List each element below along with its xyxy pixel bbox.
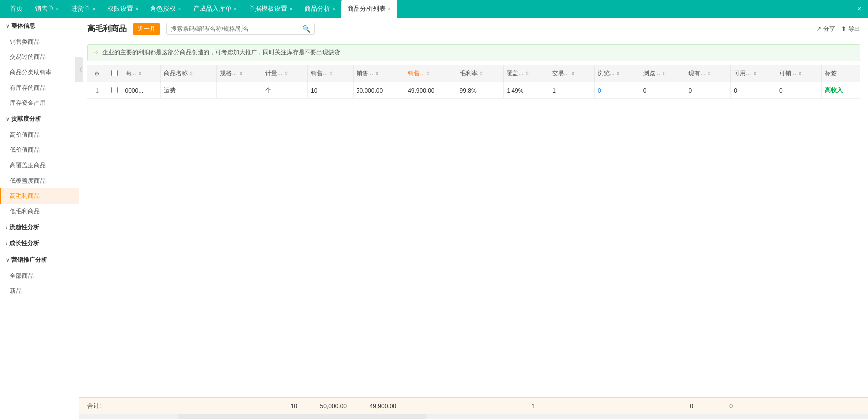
footer-empty6 <box>617 403 657 410</box>
nav-close-purchase[interactable]: × <box>92 6 95 12</box>
col-name[interactable]: 商品名称 ⇕ <box>160 65 217 82</box>
period-button[interactable]: 近一月 <box>133 23 160 35</box>
col-sales-profit[interactable]: 销售... ⇕ <box>405 65 457 82</box>
select-all-checkbox[interactable] <box>111 70 118 76</box>
cell-sales-count: 10 <box>307 82 353 99</box>
sidebar-item-stock-capital[interactable]: 库存资金占用 <box>0 95 79 111</box>
col-current-stock[interactable]: 现有... ⇕ <box>685 65 731 82</box>
content-title: 高毛利商品 <box>87 24 127 34</box>
footer-empty4 <box>538 403 577 410</box>
nav-close-product-in[interactable]: × <box>234 6 237 12</box>
sort-icon-coverage: ⇕ <box>525 71 529 76</box>
nav-item-analysis-list[interactable]: 商品分析列表 × <box>341 0 397 18</box>
nav-item-sales[interactable]: 销售单 × <box>29 0 65 18</box>
nav-item-purchase[interactable]: 进货单 × <box>65 0 101 18</box>
cell-unit: 个 <box>262 82 308 99</box>
cell-gross-margin: 99.8% <box>457 82 504 99</box>
export-button[interactable]: ⬆ 导出 <box>841 25 860 33</box>
col-coverage[interactable]: 覆盖... ⇕ <box>504 65 549 82</box>
nav-close-sales[interactable]: × <box>56 6 59 12</box>
cell-tag: 高收入 <box>821 82 860 99</box>
col-spec[interactable]: 规格... ⇕ <box>217 65 262 82</box>
sidebar-item-high-margin[interactable]: 高毛利商品 <box>0 188 79 204</box>
top-nav: 首页 销售单 × 进货单 × 权限设置 × 角色授权 × 产成品入库单 × 单据… <box>0 0 868 18</box>
sort-icon-browse2: ⇕ <box>662 71 665 76</box>
col-sales-amount[interactable]: 销售... ⇕ <box>353 65 405 82</box>
cell-index: 1 <box>87 82 107 99</box>
nav-close-template[interactable]: × <box>289 6 292 12</box>
nav-item-permission[interactable]: 权限设置 × <box>102 0 144 18</box>
cell-code: 0000... <box>122 82 160 99</box>
sidebar-item-high-value[interactable]: 高价值商品 <box>0 127 79 142</box>
sidebar-item-low-margin[interactable]: 低毛利商品 <box>0 204 79 219</box>
col-sellable-stock[interactable]: 可销... ⇕ <box>776 65 822 82</box>
table-header-row: ⚙ 商... ⇕ 商品名称 ⇕ <box>87 65 860 82</box>
horizontal-scrollbar[interactable] <box>178 414 426 419</box>
sidebar-item-new-goods[interactable]: 新品 <box>0 283 79 299</box>
arrow-trend: › <box>6 225 7 230</box>
col-browse2[interactable]: 浏览... ⇕ <box>640 65 685 82</box>
nav-item-template[interactable]: 单据模板设置 × <box>243 0 298 18</box>
footer-empty1 <box>127 403 270 410</box>
share-button[interactable]: ↗ 分享 <box>817 25 835 33</box>
footer-label: 合计: <box>87 402 127 410</box>
row-checkbox[interactable] <box>111 87 118 93</box>
sidebar-item-traded-goods[interactable]: 交易过的商品 <box>0 49 79 65</box>
cell-name: 运费 <box>160 82 217 99</box>
col-checkbox <box>107 65 122 82</box>
cell-sales-amount: 50,000.00 <box>353 82 405 99</box>
sidebar-item-low-coverage[interactable]: 低覆盖度商品 <box>0 173 79 188</box>
content-header: 高毛利商品 近一月 🔍 ↗ 分享 ⬆ 导出 <box>79 18 868 40</box>
nav-close-role[interactable]: × <box>178 6 181 12</box>
footer-sales-count: 10 <box>270 403 300 410</box>
col-tag[interactable]: 标签 <box>821 65 860 82</box>
sidebar-item-all-goods[interactable]: 全部商品 <box>0 268 79 283</box>
sidebar-group-trend[interactable]: › 流趋性分析 <box>0 219 79 235</box>
sidebar-item-sales-goods[interactable]: 销售类商品 <box>0 34 79 49</box>
cell-transaction: 1 <box>549 82 595 99</box>
footer-total: 合计: 10 50,000.00 49,900.00 1 0 0 <box>79 397 868 414</box>
nav-item-home[interactable]: 首页 <box>4 0 29 18</box>
sort-icon-transaction: ⇕ <box>571 71 575 76</box>
col-unit[interactable]: 计量... ⇕ <box>262 65 308 82</box>
col-available-stock[interactable]: 可用... ⇕ <box>731 65 776 82</box>
search-box: 🔍 <box>166 23 315 35</box>
footer-transaction: 1 <box>498 403 538 410</box>
footer-sales-amount: 50,000.00 <box>300 403 350 410</box>
sort-icon-code: ⇕ <box>138 71 142 76</box>
sidebar-item-low-value[interactable]: 低价值商品 <box>0 142 79 158</box>
sidebar-group-contribution[interactable]: ∨ 贡献度分析 <box>0 111 79 127</box>
nav-item-role[interactable]: 角色授权 × <box>144 0 187 18</box>
header-actions: ↗ 分享 ⬆ 导出 <box>817 25 860 33</box>
sidebar-item-high-coverage[interactable]: 高覆盖度商品 <box>0 158 79 173</box>
sidebar-group-overall[interactable]: ∨ 整体信息 <box>0 18 79 34</box>
nav-item-analysis[interactable]: 商品分析 × <box>299 0 341 18</box>
footer-empty5 <box>577 403 617 410</box>
content-area: 高毛利商品 近一月 🔍 ↗ 分享 ⬆ 导出 ✧ 企业的主要的利润都是这部分商品创… <box>79 18 868 419</box>
window-close-btn[interactable]: × <box>854 4 864 14</box>
cell-spec <box>217 82 262 99</box>
footer-sales-profit: 49,900.00 <box>350 403 399 410</box>
footer-empty3 <box>449 403 498 410</box>
col-settings[interactable]: ⚙ <box>87 65 107 82</box>
sidebar-group-marketing[interactable]: ∨ 营销推广分析 <box>0 252 79 268</box>
col-sales-count[interactable]: 销售... ⇕ <box>307 65 353 82</box>
sort-icon-sellable-stock: ⇕ <box>798 71 802 76</box>
col-gross-margin[interactable]: 毛利率 ⇕ <box>457 65 504 82</box>
col-browse1[interactable]: 浏览... ⇕ <box>594 65 640 82</box>
sidebar-collapse-btn[interactable]: 《 <box>75 57 83 82</box>
sidebar-item-in-stock[interactable]: 有库存的商品 <box>0 80 79 95</box>
search-input[interactable] <box>171 25 299 32</box>
nav-close-analysis[interactable]: × <box>332 6 335 12</box>
sort-icon-spec: ⇕ <box>239 71 243 76</box>
nav-close-permission[interactable]: × <box>135 6 138 12</box>
cell-checkbox <box>107 82 122 99</box>
sidebar-item-category-rate[interactable]: 商品分类助销率 <box>0 65 79 80</box>
col-code[interactable]: 商... ⇕ <box>122 65 160 82</box>
sidebar-group-growth[interactable]: › 成长性分析 <box>0 235 79 252</box>
cell-browse1[interactable]: 0 <box>594 82 640 99</box>
nav-item-product-in[interactable]: 产成品入库单 × <box>187 0 243 18</box>
nav-close-analysis-list[interactable]: × <box>388 6 391 12</box>
search-icon[interactable]: 🔍 <box>302 25 310 33</box>
col-transaction[interactable]: 交易... ⇕ <box>549 65 595 82</box>
